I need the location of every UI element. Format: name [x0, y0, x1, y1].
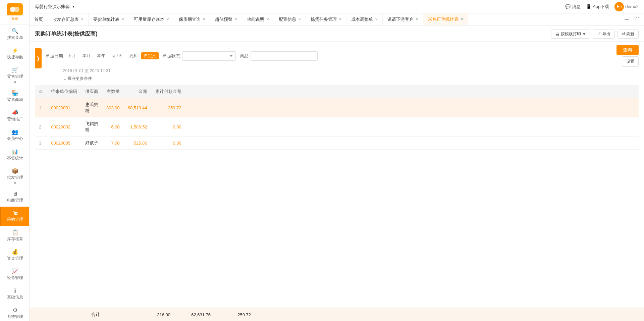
footer-paid-amount: 259.72 [215, 312, 255, 317]
close-icon[interactable]: ✕ [416, 17, 418, 21]
date-shortcuts: 上月 本月 本年 近7天 更多 自定义 [65, 52, 159, 59]
sidebar-item-label: 库存核算 [7, 236, 23, 242]
query-button[interactable]: 查询 [616, 45, 639, 55]
message-label: 消息 [572, 4, 581, 10]
chevron-down-icon: ▲ [13, 180, 17, 184]
inventory-icon: 📋 [12, 229, 18, 235]
sidebar-item-member[interactable]: 👥 会员中心 [0, 125, 29, 145]
tab-cost-adj[interactable]: 成本调整单 ✕ [346, 13, 383, 25]
sidebar-item-batch[interactable]: 📦 批发管理 ▲ [0, 164, 29, 188]
this-year-btn[interactable]: 本年 [95, 52, 108, 59]
retail-stat-icon: 📊 [12, 148, 18, 155]
chevron-down-icon: ▼ [582, 32, 586, 36]
close-icon[interactable]: ✕ [166, 17, 169, 21]
close-icon[interactable]: ✕ [298, 17, 301, 21]
paid-amount-cell: 259.72 [151, 98, 185, 117]
paid-amount-cell: 0.00 [151, 137, 185, 150]
expand-more-btn[interactable]: ⌄ 展开更多条件 [46, 76, 639, 82]
paid-amount-cell: 0.00 [151, 117, 185, 137]
close-icon[interactable]: ✕ [375, 17, 378, 21]
tab-bar-actions: — ⛶ [623, 16, 644, 22]
more-options-icon[interactable]: ··· [320, 53, 324, 59]
sidebar-item-search[interactable]: 🔍 搜索菜单 [0, 24, 29, 44]
workspace-selector[interactable]: 母婴行业演示账套 ▼ [35, 4, 75, 10]
last-month-btn[interactable]: 上月 [65, 52, 78, 59]
close-icon[interactable]: ✕ [121, 17, 124, 21]
app-download-button[interactable]: 📱 App下载 [586, 4, 609, 10]
row-num: 1 [35, 98, 47, 117]
shortcut-icon: ⚡ [12, 47, 18, 54]
tab-purchase-order-stat[interactable]: 采购订单统计表 ✕ [423, 13, 468, 25]
goods-input[interactable] [251, 51, 318, 61]
tab-overstock[interactable]: 超储预警 ✕ [210, 13, 242, 25]
sidebar-item-purchase[interactable]: 🛍 采购管理 [0, 207, 29, 226]
sidebar-item-basic[interactable]: ℹ 基础信息 [0, 284, 29, 304]
sidebar-item-system[interactable]: ⚙ 系统管理 [0, 304, 29, 321]
sidebar-item-label: 零售管理 [7, 74, 23, 79]
sidebar-item-marketing[interactable]: 📣 营销推广 [0, 106, 29, 125]
sidebar-item-label: 基础信息 [7, 295, 23, 300]
more-dates-btn[interactable]: 更多 [126, 52, 140, 59]
collapse-button[interactable]: ❯ [35, 48, 42, 68]
status-select[interactable] [182, 51, 236, 61]
sidebar-item-finance[interactable]: 💰 资金管理 [0, 245, 29, 265]
footer-main-qty: 316.00 [141, 312, 174, 317]
chevron-down-icon: ▲ [13, 79, 17, 83]
custom-date-btn[interactable]: 自定义 [141, 52, 159, 59]
last-7days-btn[interactable]: 近7天 [109, 52, 125, 59]
row-num: 3 [35, 137, 47, 150]
tab-invite[interactable]: 邀请下游客户 ✕ [383, 13, 423, 25]
th-empty [185, 85, 639, 98]
close-icon[interactable]: ✕ [234, 17, 237, 21]
sidebar-item-retail-shop[interactable]: 🏪 零售商城 [0, 87, 29, 106]
table-row: 1 00020001 惠氏奶粉 303.00 60,519.44 259.72 [35, 98, 639, 117]
sidebar-item-shortcut[interactable]: ⚡ 快捷导航 [0, 44, 29, 63]
sidebar-item-label: 搜索菜单 [7, 35, 23, 41]
sidebar-item-ecommerce[interactable]: 🖥 电商管理 [0, 188, 29, 207]
th-partner-code: 往来单位编码 [47, 85, 81, 98]
table-row: 3 00020005 好孩子 7.00 525.80 0.00 [35, 137, 639, 150]
export-button[interactable]: ↗ 导出 [593, 30, 614, 39]
system-icon: ⚙ [13, 307, 17, 313]
sidebar-item-retail[interactable]: 🛒 零售管理 ▲ [0, 63, 29, 87]
settings-icon[interactable]: ⚙ [39, 89, 43, 94]
minimize-tabs-button[interactable]: — [623, 16, 631, 22]
close-icon[interactable]: ✕ [461, 17, 463, 21]
close-icon[interactable]: ✕ [81, 17, 84, 21]
expand-tabs-button[interactable]: ⛶ [633, 16, 641, 22]
refresh-button[interactable]: ↺ 刷新 [618, 30, 639, 39]
template-print-button[interactable]: 🖨 按模板打印 ▼ [551, 30, 590, 39]
tab-config[interactable]: 配置信息 ✕ [274, 13, 306, 25]
main-qty-cell: 303.00 [102, 98, 124, 117]
tab-purchase-stat[interactable]: 要货单统计表 ✕ [89, 13, 129, 25]
tab-collect[interactable]: 收发存汇总表 ✕ [48, 13, 89, 25]
supplier-cell: 飞鹤奶粉 [81, 117, 102, 137]
tab-func-desc[interactable]: 功能说明 ✕ [242, 13, 274, 25]
print-icon: 🖨 [555, 32, 559, 37]
sidebar-item-retail-stat[interactable]: 📊 零售统计 [0, 145, 29, 164]
setting-button[interactable]: 设置 [622, 56, 639, 67]
sidebar-item-operation[interactable]: 📈 经营管理 [0, 265, 29, 284]
amount-cell: 1,586.52 [124, 117, 151, 137]
data-table-wrapper: ⚙ 往来单位编码 供应商 主数量 金额 累计付款金额 1 [30, 85, 644, 308]
tab-inventory-book[interactable]: 可用量库存账本 ✕ [129, 13, 174, 25]
sidebar-item-inventory[interactable]: 📋 库存核算 [0, 226, 29, 245]
tab-bar: 首页 收发存汇总表 ✕ 要货单统计表 ✕ 可用量库存账本 ✕ 保质期查询 ✕ 超… [30, 13, 644, 25]
status-filter: 单据状态 [163, 51, 236, 61]
user-avatar-button[interactable]: Ea demo2 [614, 2, 639, 11]
page-title: 采购订单统计表(按供应商) [35, 31, 98, 38]
th-amount: 金额 [124, 85, 151, 98]
close-icon[interactable]: ✕ [266, 17, 269, 21]
ecommerce-icon: 🖥 [12, 191, 18, 197]
finance-icon: 💰 [12, 249, 18, 255]
batch-icon: 📦 [12, 168, 18, 174]
message-button[interactable]: 💬 消息 [565, 4, 581, 10]
footer-supplier-cell: 合计 [87, 312, 141, 318]
close-icon[interactable]: ✕ [339, 17, 341, 21]
close-icon[interactable]: ✕ [203, 17, 205, 21]
this-month-btn[interactable]: 本月 [80, 52, 93, 59]
tab-expiry[interactable]: 保质期查询 ✕ [174, 13, 210, 25]
tab-home[interactable]: 首页 [30, 13, 48, 25]
main-qty-cell: 6.00 [102, 117, 124, 137]
tab-pick-task[interactable]: 拣货任务管理 ✕ [306, 13, 346, 25]
